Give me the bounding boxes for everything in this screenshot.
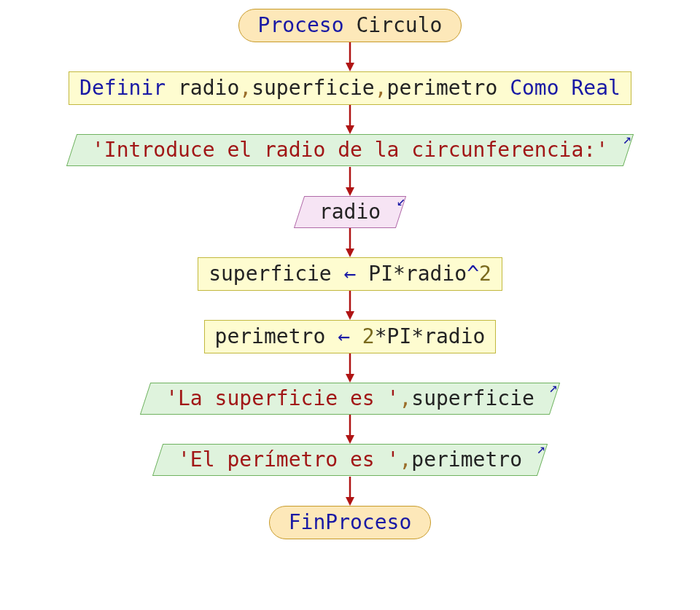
string-literal: 'La superficie es ' — [166, 386, 399, 410]
io-output-perimetro: ↗ 'El perímetro es ',perimetro — [158, 444, 542, 476]
string-literal: 'Introduce el radio de la circunferencia… — [92, 138, 608, 162]
svg-marker-7 — [346, 249, 354, 257]
flow-arrow — [338, 228, 362, 257]
svg-marker-9 — [346, 311, 354, 320]
svg-marker-11 — [346, 374, 354, 383]
io-input-radio: ↙ radio — [299, 196, 401, 228]
output-arrow-icon: ↗ — [549, 378, 558, 396]
io-output-prompt: ↗ 'Introduce el radio de la circunferenc… — [71, 134, 629, 166]
output-arrow-icon: ↗ — [623, 130, 631, 147]
process-name: Circulo — [356, 13, 442, 37]
out-var: perimetro — [411, 447, 522, 472]
var-radio: radio — [178, 76, 239, 100]
svg-marker-1 — [346, 63, 354, 71]
svg-marker-5 — [346, 187, 354, 196]
io-output-superficie: ↗ 'La superficie es ',superficie — [145, 383, 555, 415]
input-arrow-icon: ↙ — [397, 192, 405, 209]
var-superficie: superficie — [252, 76, 375, 100]
const-pi: PI — [368, 262, 393, 286]
out-var: superficie — [411, 386, 534, 410]
flow-arrow — [338, 477, 362, 506]
op-mul: * — [411, 324, 424, 348]
var-radio: radio — [405, 262, 467, 286]
flow-arrow — [338, 42, 362, 71]
flow-arrow — [338, 167, 362, 196]
comma: , — [239, 76, 252, 100]
op-pow: ^ — [467, 262, 479, 286]
keyword-proceso: Proceso — [258, 13, 344, 37]
output-arrow-icon: ↗ — [537, 439, 545, 457]
const-pi: PI — [387, 324, 412, 348]
process-define: Definir radio,superficie,perimetro Como … — [69, 71, 631, 105]
string-literal: 'El perímetro es ' — [178, 447, 399, 472]
var-perimetro: perimetro — [387, 76, 498, 100]
process-assign-superficie: superficie ← PI*radio^2 — [198, 257, 502, 291]
flow-arrow — [338, 353, 362, 383]
terminal-end: FinProceso — [269, 506, 432, 539]
svg-marker-15 — [346, 497, 354, 506]
comma: , — [399, 386, 411, 410]
num-2: 2 — [362, 324, 375, 348]
assign-arrow: ← — [338, 324, 350, 348]
lhs: superficie — [209, 262, 332, 286]
read-var: radio — [319, 200, 381, 224]
process-assign-perimetro: perimetro ← 2*PI*radio — [204, 320, 497, 353]
keyword-como-real: Como Real — [510, 76, 621, 100]
comma: , — [375, 76, 387, 100]
flow-arrow — [338, 105, 362, 134]
op-mul: * — [393, 262, 405, 286]
flow-arrow — [338, 415, 362, 444]
keyword-definir: Definir — [79, 76, 166, 100]
op-mul: * — [375, 324, 387, 348]
svg-marker-3 — [346, 125, 354, 134]
keyword-finproceso: FinProceso — [289, 510, 412, 534]
assign-arrow: ← — [344, 262, 357, 286]
comma: , — [399, 447, 411, 472]
flow-arrow — [338, 291, 362, 320]
var-radio: radio — [424, 324, 485, 348]
svg-marker-13 — [346, 435, 354, 444]
terminal-start: Proceso Circulo — [238, 9, 462, 42]
lhs: perimetro — [215, 324, 326, 348]
num-2: 2 — [479, 262, 491, 286]
